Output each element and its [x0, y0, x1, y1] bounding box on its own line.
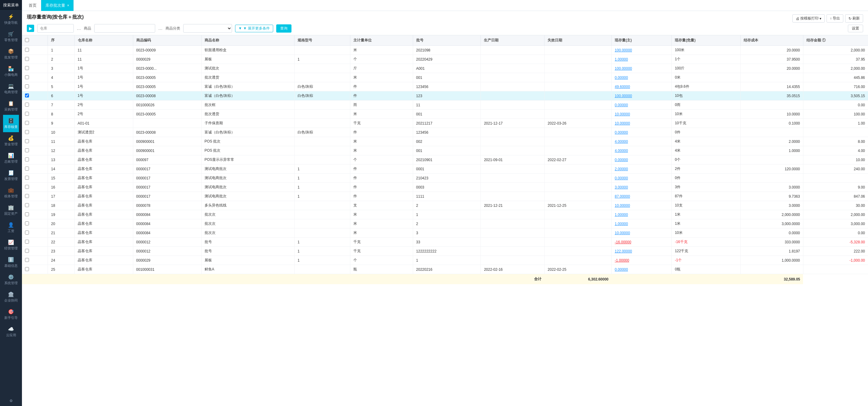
row-checkbox[interactable]: [22, 146, 48, 155]
row-checkbox[interactable]: [22, 174, 48, 183]
cell-stock_main[interactable]: 122.00000: [612, 247, 672, 256]
row-checkbox[interactable]: [22, 183, 48, 192]
cell-produce_date: [481, 219, 545, 229]
search-arrow-btn[interactable]: ▶: [27, 25, 34, 32]
sidebar-item-quick-nav[interactable]: ⚡ 快捷导航: [3, 11, 19, 28]
row-checkbox[interactable]: [22, 165, 48, 174]
sidebar-item-fixed-assets[interactable]: 🏢 固定资产: [3, 202, 19, 219]
cell-stock_main[interactable]: 1.00000: [612, 210, 672, 219]
row-checkbox[interactable]: [22, 201, 48, 210]
cell-stock_main[interactable]: 0.00000: [612, 265, 672, 274]
cell-stock_main[interactable]: 10.00000: [612, 201, 672, 210]
cell-stock_main[interactable]: 87.00000: [612, 192, 672, 201]
expand-conditions-btn[interactable]: ▼ ▼ 展开更多条件: [235, 25, 273, 32]
cell-stock_main[interactable]: 1.00000: [612, 219, 672, 229]
cell-stock_main[interactable]: 100.00000: [612, 64, 672, 73]
cell-stock_main[interactable]: 4.00000: [612, 146, 672, 155]
row-checkbox[interactable]: [22, 55, 48, 64]
row-checkbox[interactable]: [22, 210, 48, 219]
warehouse-input[interactable]: [37, 24, 74, 33]
cell-stock_main[interactable]: 1.00000: [612, 55, 672, 64]
print-btn[interactable]: 🖨 按模板打印 ▾: [793, 14, 825, 23]
cell-stock_main[interactable]: 3.00000: [612, 183, 672, 192]
cell-stock_main[interactable]: 4.00000: [612, 137, 672, 146]
cell-stock_main[interactable]: 100.00000: [612, 46, 672, 55]
sidebar-item-tax[interactable]: 💼 税务管理: [3, 184, 19, 202]
cell-stock_main[interactable]: 10.00000: [612, 110, 672, 119]
cell-stock_main[interactable]: -1.00000: [612, 256, 672, 265]
cell-warehouse: 晶客仓库: [74, 219, 133, 229]
cell-stock_main[interactable]: 100.00000: [612, 91, 672, 101]
cell-stock_main[interactable]: 10.00000: [612, 119, 672, 128]
sidebar-item-sys-mgmt[interactable]: ⚙️ 系统管理: [3, 271, 19, 289]
row-checkbox[interactable]: [22, 128, 48, 137]
sidebar-icon-mini-shop: 🏪: [8, 66, 14, 72]
category-select[interactable]: [183, 24, 232, 33]
cell-stock_main[interactable]: 0.00000: [612, 128, 672, 137]
sidebar-item-ecommerce[interactable]: 💻 电商管理: [3, 80, 19, 98]
cell-stock_main[interactable]: 0.00000: [612, 101, 672, 110]
cell-stock_aux: 1个: [672, 55, 741, 64]
sidebar-item-retail[interactable]: 🛒 零售管理: [3, 28, 19, 45]
sidebar-settings-btn[interactable]: ⚙: [0, 396, 22, 406]
sidebar-item-newbie[interactable]: 🎯 新手引导: [3, 306, 19, 323]
cell-stock_main[interactable]: -16.00000: [612, 238, 672, 247]
row-checkbox[interactable]: [22, 110, 48, 119]
sidebar-icon-hr: 👤: [8, 222, 14, 228]
row-checkbox[interactable]: [22, 256, 48, 265]
sidebar-item-mini-shop[interactable]: 🏪 小脑电商: [3, 63, 19, 80]
cell-stock_main[interactable]: 49.60000: [612, 82, 672, 91]
row-checkbox[interactable]: [22, 119, 48, 128]
row-checkbox[interactable]: [22, 155, 48, 165]
search-menu-btn[interactable]: 搜索菜单: [0, 0, 22, 11]
cell-warehouse: 11: [74, 46, 133, 55]
export-btn[interactable]: ↑ 导出: [827, 14, 843, 23]
refresh-btn[interactable]: ↻ 刷新: [845, 14, 863, 23]
row-checkbox[interactable]: [22, 192, 48, 201]
sidebar-label-ops: 经营管理: [4, 246, 18, 251]
cell-no: 22: [48, 238, 74, 247]
row-checkbox[interactable]: [22, 101, 48, 110]
query-btn[interactable]: 查询: [276, 24, 291, 33]
tab-inventory-batch[interactable]: 库存批次量×: [41, 0, 74, 11]
row-checkbox[interactable]: [22, 137, 48, 146]
row-checkbox[interactable]: [22, 46, 48, 55]
row-checkbox[interactable]: [22, 238, 48, 247]
sidebar-item-finance[interactable]: 💰 资金管理: [3, 132, 19, 149]
col-stock_aux: 现存量(危量): [672, 35, 741, 46]
row-checkbox[interactable]: [22, 265, 48, 274]
row-checkbox[interactable]: [22, 73, 48, 82]
cell-no: 5: [48, 82, 74, 91]
sidebar-item-purchase[interactable]: 📋 采购管理: [3, 98, 19, 115]
select-all-checkbox[interactable]: [25, 38, 29, 42]
row-checkbox[interactable]: [22, 247, 48, 256]
row-checkbox[interactable]: [22, 219, 48, 229]
tab-close-inventory-batch[interactable]: ×: [67, 3, 69, 8]
sidebar-item-wholesale[interactable]: 📦 批发管理: [3, 45, 19, 63]
sidebar-item-invoice[interactable]: 🧾 发票管理: [3, 167, 19, 184]
cell-batch: 2: [413, 201, 481, 210]
sidebar-label-mini-shop: 小脑电商: [4, 72, 18, 77]
row-checkbox[interactable]: [22, 64, 48, 73]
table-row: 11晶客仓库000900001POS 批次米0024.000004米2.0000…: [22, 137, 868, 146]
cell-unit_cost: 3.0000: [741, 183, 803, 192]
set-btn[interactable]: 设置: [848, 25, 863, 32]
row-checkbox[interactable]: [22, 229, 48, 238]
cell-stock_main[interactable]: 2.00000: [612, 165, 672, 174]
sidebar-item-enterprise[interactable]: 🏛️ 企业协同: [3, 289, 19, 306]
row-checkbox[interactable]: [22, 82, 48, 91]
sidebar-item-basic-info[interactable]: ℹ️ 基础信息: [3, 254, 19, 271]
cell-warehouse: 晶客仓库: [74, 155, 133, 165]
cell-stock_main[interactable]: 0.00000: [612, 73, 672, 82]
cell-stock_main[interactable]: 0.00000: [612, 155, 672, 165]
sidebar-item-hr[interactable]: 👤 工资: [3, 219, 19, 236]
cell-stock_main[interactable]: 10.00000: [612, 229, 672, 238]
row-checkbox[interactable]: [22, 91, 48, 101]
sidebar-item-cloud[interactable]: ☁️ 云应用: [3, 323, 19, 340]
sidebar-item-general[interactable]: 📊 总账管理: [3, 149, 19, 167]
sidebar-item-ops[interactable]: 📈 经营管理: [3, 236, 19, 254]
sidebar-item-inventory[interactable]: 🗄️ 库存核查: [3, 115, 19, 132]
cell-stock_main[interactable]: 0.00000: [612, 174, 672, 183]
goods-input[interactable]: [94, 24, 155, 33]
tab-home[interactable]: 首页: [24, 0, 41, 11]
